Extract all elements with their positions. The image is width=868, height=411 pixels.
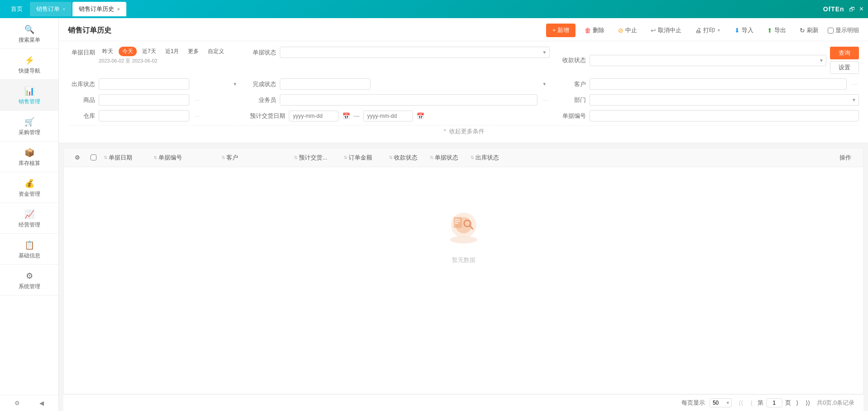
th-customer[interactable]: ⇅ 客户 (218, 154, 290, 162)
empty-state: 暂无数据 (64, 167, 863, 300)
sidebar-item-search-menu-label: 搜索菜单 (19, 36, 40, 44)
tab-sales-order[interactable]: 销售订单 × (30, 2, 72, 16)
warehouse-input[interactable] (99, 110, 189, 121)
footer: 每页显示 10 20 50 100 ▼ ⟨⟨ ⟨ 第 页 ⟩ ⟩⟩ 共0页,0条… (63, 394, 863, 411)
display-detail-toggle[interactable]: 显示明细 (828, 26, 859, 34)
shortcut-today[interactable]: 今天 (119, 47, 137, 56)
department-select[interactable] (590, 94, 859, 106)
sidebar-item-operations[interactable]: 📈 经营管理 (0, 203, 58, 234)
calendar-start-icon[interactable]: 📅 (342, 112, 350, 120)
sidebar-item-purchase-mgmt[interactable]: 🛒 采购管理 (0, 111, 58, 141)
cancel-stop-button[interactable]: ↩ 取消中止 (646, 24, 686, 37)
refresh-button[interactable]: ↻ 刷新 (795, 24, 823, 37)
order-no-input[interactable] (590, 110, 859, 121)
th-order-status[interactable]: ⇅ 单据状态 (426, 154, 467, 162)
restore-btn[interactable]: 🗗 (849, 6, 855, 13)
display-detail-checkbox[interactable] (828, 28, 834, 34)
import-button[interactable]: ⬇ 导入 (730, 24, 758, 37)
th-settings[interactable]: ⚙ (68, 154, 86, 161)
th-amount[interactable]: ⇅ 订单金额 (340, 154, 385, 162)
first-page-btn[interactable]: ⟨⟨ (736, 398, 745, 407)
date-label: 单据日期 (68, 47, 95, 57)
sidebar-item-quick-nav[interactable]: ⚡ 快捷导航 (0, 49, 58, 80)
th-orderno-label: 单据编号 (158, 154, 182, 162)
page-number-input[interactable] (766, 398, 782, 407)
th-date[interactable]: ⇅ 单据日期 (100, 154, 150, 162)
shortcut-7days[interactable]: 近7天 (139, 47, 160, 56)
collapse-link[interactable]: ⌃ 收起更多条件 (68, 125, 859, 137)
tab-sales-order-history[interactable]: 销售订单历史 × (72, 2, 126, 16)
product-dots-icon[interactable]: ··· (193, 96, 201, 104)
content-area: 销售订单历史 + 新增 🗑 删除 ⊘ 中止 ↩ 取消中止 🖨 打印 (59, 18, 868, 411)
query-button[interactable]: 查询 (830, 47, 859, 59)
new-button[interactable]: + 新增 (546, 24, 575, 37)
th-amount-label: 订单金额 (349, 154, 372, 162)
print-button[interactable]: 🖨 打印 ▼ (691, 24, 725, 37)
sidebar-item-purchase-mgmt-label: 采购管理 (19, 129, 40, 136)
th-out-status[interactable]: ⇅ 出库状态 (467, 154, 508, 162)
page-unit-label: 页 (785, 399, 791, 407)
close-window-btn[interactable]: × (859, 5, 863, 13)
sidebar-item-sys-mgmt-label: 系统管理 (19, 283, 40, 290)
order-status-select[interactable] (280, 47, 550, 58)
customer-dots-icon[interactable]: ··· (850, 80, 859, 88)
per-page-wrapper: 10 20 50 100 ▼ (710, 398, 732, 407)
sidebar-collapse-icon[interactable]: ◀ (39, 400, 44, 406)
product-input[interactable] (99, 94, 189, 106)
sidebar-settings-icon[interactable]: ⚙ (14, 400, 20, 406)
sidebar-item-finance[interactable]: 💰 资金管理 (0, 172, 58, 203)
sidebar-item-basic-info[interactable]: 📋 基础信息 (0, 234, 58, 265)
date-separator: — (354, 112, 360, 119)
calendar-end-icon[interactable]: 📅 (417, 112, 424, 120)
display-detail-label: 显示明细 (835, 26, 859, 34)
per-page-select[interactable]: 10 20 50 100 (710, 398, 732, 407)
complete-status-select[interactable] (280, 78, 370, 90)
stop-button[interactable]: ⊘ 中止 (614, 24, 642, 37)
warehouse-label: 仓库 (68, 112, 95, 120)
expected-date-start[interactable] (289, 111, 339, 121)
salesperson-input[interactable] (280, 94, 537, 106)
delete-icon: 🗑 (585, 27, 591, 34)
sidebar-item-sys-mgmt[interactable]: ⚙ 系统管理 (0, 265, 58, 295)
sidebar-bottom: ⚙ ◀ (0, 395, 58, 411)
th-check[interactable] (86, 155, 100, 160)
th-pay-status[interactable]: ⇅ 收款状态 (385, 154, 426, 162)
purchase-mgmt-icon: 🛒 (24, 117, 34, 127)
salesperson-dots-icon[interactable]: ··· (541, 96, 550, 104)
next-page-btn[interactable]: ⟩ (794, 398, 801, 407)
top-bar: 首页 销售订单 × 销售订单历史 × OfTEn 🗗 × (0, 0, 868, 18)
customer-label: 客户 (559, 80, 586, 88)
filter-area: 单据日期 昨天 今天 近7天 近1月 更多 自定义 2023-06-02 至 2… (59, 41, 868, 143)
last-page-btn[interactable]: ⟩⟩ (803, 398, 812, 407)
th-date-label: 单据日期 (109, 154, 132, 162)
settings-button[interactable]: 设置 (830, 61, 859, 74)
sidebar-item-sales-mgmt[interactable]: 📊 销售管理 (0, 80, 58, 111)
import-label: 导入 (742, 26, 753, 34)
outbound-status-select[interactable] (99, 78, 189, 90)
tab-sales-order-history-close[interactable]: × (117, 6, 120, 12)
tab-sales-order-history-label: 销售订单历史 (79, 5, 114, 13)
tab-home[interactable]: 首页 (5, 2, 29, 16)
delete-button[interactable]: 🗑 删除 (580, 24, 609, 37)
customer-input[interactable] (590, 78, 847, 90)
payment-status-select[interactable] (590, 55, 827, 66)
export-label: 导出 (774, 26, 786, 34)
select-all-checkbox[interactable] (91, 155, 96, 160)
expected-date-end[interactable] (363, 111, 413, 121)
quick-nav-icon: ⚡ (24, 55, 34, 65)
tab-sales-order-close[interactable]: × (62, 6, 65, 12)
shortcut-more[interactable]: 更多 (184, 47, 202, 56)
sidebar-item-inventory[interactable]: 📦 库存核算 (0, 141, 58, 172)
warehouse-dots-icon[interactable]: ··· (193, 111, 201, 120)
export-button[interactable]: ⬆ 导出 (762, 24, 791, 37)
sort-date-icon: ⇅ (104, 155, 107, 160)
shortcut-1month[interactable]: 近1月 (162, 47, 183, 56)
order-no-label: 单据编号 (559, 112, 586, 120)
page-header: 销售订单历史 + 新增 🗑 删除 ⊘ 中止 ↩ 取消中止 🖨 打印 (59, 18, 868, 41)
th-delivery[interactable]: ⇅ 预计交货... (290, 154, 340, 162)
sidebar-item-search-menu[interactable]: 🔍 搜索菜单 (0, 18, 58, 49)
shortcut-custom[interactable]: 自定义 (204, 47, 228, 56)
prev-page-btn[interactable]: ⟨ (748, 398, 755, 407)
shortcut-yesterday[interactable]: 昨天 (99, 47, 117, 56)
th-orderno[interactable]: ⇅ 单据编号 (150, 154, 218, 162)
